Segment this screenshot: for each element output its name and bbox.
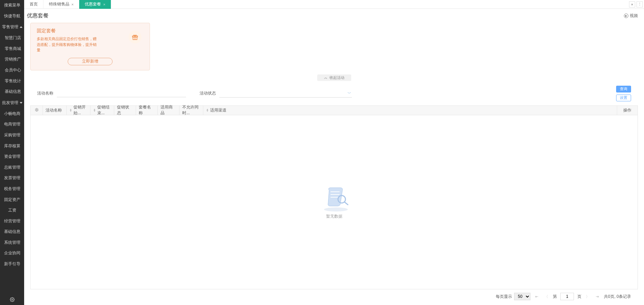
promo-title: 固定套餐 bbox=[37, 28, 143, 34]
filter-bar: 活动名称 活动状态 ﹀ 查询 设置 bbox=[30, 84, 638, 105]
sidebar-item-retailstats[interactable]: 零售统计 bbox=[0, 76, 24, 87]
sidebar-item-ledger[interactable]: 总账管理 bbox=[0, 162, 24, 173]
sidebar-group-wholesale-label: 批发管理 bbox=[2, 100, 18, 106]
th-package-name[interactable]: 套餐名称 bbox=[136, 106, 158, 115]
page-input[interactable] bbox=[560, 293, 574, 300]
sidebar-item-enterprise[interactable]: 企业协同 bbox=[0, 248, 24, 259]
sidebar-group-retail[interactable]: 零售管理 bbox=[0, 21, 24, 33]
tab-label: 优惠套餐 bbox=[85, 1, 101, 7]
table-header: 活动名称 ▲▼促销开始... ▲▼促销结束... 促销状态 套餐名称 适用商品 … bbox=[31, 106, 638, 115]
sidebar-quicknav[interactable]: 快捷导航 bbox=[0, 11, 24, 22]
empty-text: 暂无数据 bbox=[326, 214, 342, 219]
tab-label: 首页 bbox=[30, 1, 38, 7]
svg-line-7 bbox=[344, 202, 348, 205]
th-not-concurrent[interactable]: 不允许同时... bbox=[180, 106, 203, 115]
tab-close-all[interactable]: × bbox=[629, 1, 635, 7]
sidebar-item-fixedassets[interactable]: 固定资产 bbox=[0, 194, 24, 205]
video-label: 视频 bbox=[630, 13, 638, 19]
sidebar-item-newbie[interactable]: 新手引导 bbox=[0, 259, 24, 270]
data-table: 活动名称 ▲▼促销开始... ▲▼促销结束... 促销状态 套餐名称 适用商品 … bbox=[30, 105, 638, 290]
page-size-select[interactable]: 50 bbox=[514, 293, 530, 300]
sidebar-item-salary[interactable]: 工资 bbox=[0, 205, 24, 216]
th-promo-status[interactable]: 促销状态 bbox=[114, 106, 136, 115]
th-applicable-goods[interactable]: 适用商品 bbox=[158, 106, 180, 115]
filter-label: 活动状态 bbox=[200, 90, 216, 96]
sidebar-item-member[interactable]: 会员中心 bbox=[0, 65, 24, 76]
sidebar-item-basic2[interactable]: 基础信息 bbox=[0, 226, 24, 237]
next-page-button[interactable]: 〉 bbox=[585, 293, 591, 300]
page-title-row: 优惠套餐 视频 bbox=[24, 9, 644, 23]
sidebar: 搜索菜单 快捷导航 零售管理 智慧门店 零售商城 营销推广 会员中心 零售统计 … bbox=[0, 0, 24, 305]
activity-name-input[interactable] bbox=[57, 89, 186, 97]
svg-point-0 bbox=[12, 299, 13, 300]
th-channel[interactable]: ▲▼适用渠道 bbox=[203, 106, 617, 115]
sidebar-item-system[interactable]: 系统管理 bbox=[0, 237, 24, 248]
sidebar-item-smartstore[interactable]: 智慧门店 bbox=[0, 33, 24, 44]
create-package-button[interactable]: 立即新增 bbox=[68, 58, 113, 65]
gear-icon bbox=[35, 108, 39, 113]
sidebar-item-xiaochang[interactable]: 小畅电商 bbox=[0, 108, 24, 119]
th-operation: 操作 bbox=[617, 106, 638, 115]
tab-more[interactable]: ⋮ bbox=[637, 1, 643, 7]
th-promo-end[interactable]: ▲▼促销结束... bbox=[90, 106, 114, 115]
sidebar-group-wholesale[interactable]: 批发管理 bbox=[0, 97, 24, 108]
sidebar-item-ecommerce[interactable]: 电商管理 bbox=[0, 119, 24, 130]
sidebar-item-inventory[interactable]: 库存核算 bbox=[0, 141, 24, 152]
settings-button[interactable]: 设置 bbox=[616, 95, 631, 101]
tab-home[interactable]: 首页 bbox=[24, 0, 44, 9]
main-content: 首页 特殊销售品 × 优惠套餐 × × ⋮ 优惠套餐 视频 bbox=[24, 0, 644, 305]
tab-label: 特殊销售品 bbox=[49, 1, 69, 7]
sidebar-item-purchase[interactable]: 采购管理 bbox=[0, 130, 24, 141]
pagination-summary: 共0页, 0条记录 bbox=[604, 294, 631, 300]
empty-state-icon bbox=[321, 185, 348, 209]
tab-promo-package[interactable]: 优惠套餐 × bbox=[79, 0, 111, 9]
column-settings[interactable] bbox=[31, 106, 43, 115]
play-circle-icon bbox=[624, 14, 628, 18]
th-promo-start[interactable]: ▲▼促销开始... bbox=[67, 106, 90, 115]
per-page-label: 每页显示 bbox=[496, 294, 512, 300]
sidebar-item-basicinfo[interactable]: 基础信息 bbox=[0, 86, 24, 97]
page-suffix: 页 bbox=[577, 294, 581, 300]
gift-icon bbox=[129, 31, 141, 44]
sidebar-item-business[interactable]: 经营管理 bbox=[0, 216, 24, 227]
chevron-up-icon: ︽ bbox=[324, 75, 327, 80]
sidebar-item-invoice[interactable]: 发票管理 bbox=[0, 173, 24, 184]
th-activity-name[interactable]: 活动名称 bbox=[43, 106, 67, 115]
activity-status-select[interactable]: ﹀ bbox=[219, 89, 352, 98]
sidebar-group-retail-label: 零售管理 bbox=[2, 24, 18, 30]
sidebar-settings[interactable] bbox=[0, 295, 24, 305]
close-icon[interactable]: × bbox=[71, 2, 73, 6]
prev-page-button[interactable]: 〈 bbox=[543, 293, 549, 300]
video-tutorial-link[interactable]: 视频 bbox=[624, 13, 638, 19]
tab-special-sales[interactable]: 特殊销售品 × bbox=[44, 0, 79, 9]
collapse-label: 收起活动 bbox=[329, 75, 344, 80]
page-prefix: 第 bbox=[553, 294, 557, 300]
last-page-button[interactable]: ⇥ bbox=[594, 293, 600, 300]
promo-description: 多款相关商品固定总价打包销售，赠选搭配，提升顾客购物体验，提升销量 bbox=[37, 36, 98, 53]
promo-card-fixed-package: 固定套餐 多款相关商品固定总价打包销售，赠选搭配，提升顾客购物体验，提升销量 立… bbox=[30, 23, 150, 70]
sidebar-search[interactable]: 搜索菜单 bbox=[0, 0, 24, 11]
gear-icon bbox=[10, 298, 15, 303]
svg-point-4 bbox=[36, 109, 37, 110]
filter-activity-status: 活动状态 ﹀ bbox=[200, 89, 352, 98]
close-icon[interactable]: × bbox=[103, 2, 105, 6]
chevron-down-icon: ﹀ bbox=[348, 91, 351, 96]
query-button[interactable]: 查询 bbox=[616, 86, 631, 92]
filter-activity-name: 活动名称 bbox=[37, 89, 186, 97]
sidebar-item-funds[interactable]: 资金管理 bbox=[0, 151, 24, 162]
sidebar-item-retailmall[interactable]: 零售商城 bbox=[0, 44, 24, 54]
pagination: 每页显示 50 ⇤ 〈 第 页 〉 ⇥ 共0页, 0条记录 bbox=[30, 289, 638, 302]
table-body-empty: 暂无数据 bbox=[31, 115, 638, 289]
collapse-activities-button[interactable]: ︽ 收起活动 bbox=[317, 74, 351, 81]
first-page-button[interactable]: ⇤ bbox=[534, 293, 540, 300]
chevron-down-icon bbox=[20, 102, 22, 104]
sidebar-item-marketing[interactable]: 营销推广 bbox=[0, 54, 24, 65]
tab-bar: 首页 特殊销售品 × 优惠套餐 × × ⋮ bbox=[24, 0, 644, 9]
page-title: 优惠套餐 bbox=[27, 12, 49, 19]
svg-point-5 bbox=[324, 207, 348, 211]
filter-label: 活动名称 bbox=[37, 90, 53, 96]
chevron-up-icon bbox=[20, 26, 22, 28]
sidebar-item-tax[interactable]: 税务管理 bbox=[0, 184, 24, 194]
